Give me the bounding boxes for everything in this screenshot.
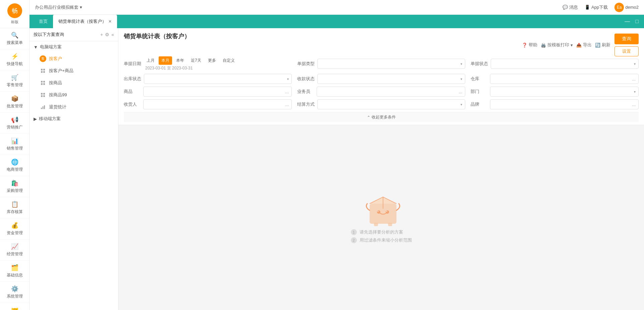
finance-icon: 💰 <box>1 222 28 229</box>
logo-icon: 畅 <box>7 3 22 18</box>
refresh-icon: 🔄 <box>595 43 600 48</box>
user-name: demo2 <box>625 5 639 10</box>
desktop-group-header[interactable]: ▼ 电脑端方案 <box>30 41 118 53</box>
search-icon: 🔍 <box>1 32 28 39</box>
sidebar-item-finance[interactable]: 💰 资金管理 <box>0 218 29 240</box>
scheme-item-by-product[interactable]: 按商品 <box>30 77 118 89</box>
sidebar-item-marketing[interactable]: 📢 营销推广 <box>0 113 29 134</box>
doc-status-input[interactable]: ▾ <box>491 59 639 69</box>
company-selector[interactable]: 办公用品行业模拟账套 ▾ <box>35 4 82 10</box>
purchase-icon: 🛍️ <box>1 179 28 187</box>
sidebar-item-quick-nav[interactable]: ⚡ 快捷导航 <box>0 49 29 70</box>
filter-row-4: 收货人 ... 结算方式 ▾ 品牌 <box>124 99 639 109</box>
print-arrow-icon: ▾ <box>571 43 573 48</box>
product-input[interactable]: ... <box>143 87 292 97</box>
scheme-item-product-99[interactable]: 按商品99 <box>30 89 118 101</box>
consignee-input[interactable]: ... <box>143 99 292 109</box>
this-month-button[interactable]: 本月 <box>159 56 172 65</box>
message-button[interactable]: 💬 消息 <box>562 4 578 10</box>
tabbar-actions: — □ <box>623 17 640 26</box>
collapse-filters-button[interactable]: ⌃ 收起更多条件 <box>124 112 639 122</box>
out-status-label: 出库状态 <box>124 76 141 82</box>
sidebar-item-ecommerce[interactable]: 🌐 电商管理 <box>0 155 29 176</box>
page-title: 销货单统计表（按客户） <box>124 32 190 40</box>
query-button[interactable]: 查询 <box>614 34 639 44</box>
brand-label: 品牌 <box>471 101 487 107</box>
avatar: Ea <box>614 3 624 12</box>
sidebar-item-enterprise[interactable]: 🤝 企业协同 <box>0 303 29 310</box>
sidebar-item-wholesale[interactable]: 📦 批发管理 <box>0 92 29 113</box>
sidebar-item-operations[interactable]: 📈 经营管理 <box>0 240 29 261</box>
filter-cell-receipt-status: 收款状态 ▾ <box>297 74 465 84</box>
warehouse-label: 仓库 <box>471 76 487 82</box>
sidebar-item-basic-info[interactable]: 🗂️ 基础信息 <box>0 261 29 282</box>
right-panel: 销货单统计表（按客户） ❓ 帮助 🖨️ 按模板打印 ▾ <box>118 28 644 310</box>
minimize-button[interactable]: — <box>623 17 631 26</box>
chevron-down-icon: ▼ <box>34 45 38 50</box>
svg-rect-2 <box>41 71 43 73</box>
retail-icon: 🛒 <box>1 74 28 81</box>
sidebar-item-purchase[interactable]: 🛍️ 采购管理 <box>0 176 29 197</box>
scheme-item-by-customer[interactable]: 客 按客户 <box>30 53 118 65</box>
topbar-right: 💬 消息 📱 App下载 Ea demo2 <box>562 3 639 12</box>
tab-home[interactable]: 首页 <box>34 15 53 28</box>
sys-icon: ⚙️ <box>1 285 28 293</box>
mobile-group-header[interactable]: ▶ 移动端方案 <box>30 113 118 124</box>
svg-rect-0 <box>41 69 43 70</box>
filter-cell-out-status: 出库状态 ▾ <box>124 74 292 84</box>
filter-cell-settlement: 结算方式 ▾ <box>297 99 465 109</box>
salesperson-input[interactable]: ... <box>317 87 465 97</box>
svg-rect-8 <box>41 93 43 95</box>
department-input[interactable]: ▾ <box>490 87 639 97</box>
inventory-icon: 📋 <box>1 201 28 208</box>
settings-scheme-button[interactable]: ⚙ <box>105 32 109 37</box>
user-profile[interactable]: Ea demo2 <box>614 3 639 12</box>
export-button[interactable]: 📤 导出 <box>576 42 592 48</box>
warehouse-input[interactable]: ... <box>490 74 639 84</box>
out-status-input[interactable]: ▾ <box>144 74 292 84</box>
sidebar-item-inventory[interactable]: 📋 库存核算 <box>0 197 29 218</box>
chevron-down-icon: ▾ <box>461 62 462 66</box>
tab-sales-stat[interactable]: 销货单统计表（按客户） ✕ <box>53 15 117 28</box>
svg-rect-7 <box>43 83 45 85</box>
sidebar-item-search[interactable]: 🔍 搜索菜单 <box>0 28 29 49</box>
filter-cell-doc-status: 单据状态 ▾ <box>471 59 639 69</box>
custom-button[interactable]: 自定义 <box>220 56 237 65</box>
app-download-button[interactable]: 📱 App下载 <box>585 4 608 10</box>
print-button[interactable]: 🖨️ 按模板打印 ▾ <box>541 42 573 48</box>
brand-input[interactable]: ... <box>490 99 639 109</box>
close-tab-icon[interactable]: ✕ <box>108 19 112 24</box>
enterprise-icon: 🤝 <box>1 306 28 310</box>
svg-rect-6 <box>41 83 43 85</box>
content-area: 按以下方案查询 + ⚙ « ▼ 电脑端方案 客 按客户 <box>30 28 644 310</box>
wholesale-icon: 📦 <box>1 95 28 102</box>
sidebar-item-sales[interactable]: 📊 销售管理 <box>0 134 29 155</box>
chevron-up-icon: ⌃ <box>367 115 370 120</box>
quick-nav-icon: ⚡ <box>1 53 28 60</box>
svg-rect-22 <box>388 223 392 226</box>
scheme-item-return-stat[interactable]: 退货统计 <box>30 101 118 113</box>
collapse-panel-button[interactable]: « <box>111 32 114 37</box>
settings-button[interactable]: 设置 <box>614 46 639 56</box>
help-button[interactable]: ❓ 帮助 <box>522 42 537 48</box>
last-7-button[interactable]: 近7天 <box>188 56 204 65</box>
settlement-input[interactable]: ▾ <box>317 99 465 109</box>
svg-rect-10 <box>41 95 43 97</box>
download-icon: 📱 <box>585 5 590 10</box>
receipt-status-input[interactable]: ▾ <box>317 74 465 84</box>
filter-cell-doc-type: 单据类型 ▾ <box>297 59 465 69</box>
sidebar-item-sys-mgmt[interactable]: ⚙️ 系统管理 <box>0 282 29 303</box>
scheme-item-customer-product[interactable]: 按客户+商品 <box>30 65 118 77</box>
this-year-button[interactable]: 本年 <box>173 56 187 65</box>
add-scheme-button[interactable]: + <box>100 32 103 37</box>
scheme-panel-header: 按以下方案查询 + ⚙ « <box>30 28 118 41</box>
more-button[interactable]: 更多 <box>205 56 219 65</box>
refresh-button[interactable]: 🔄 刷新 <box>595 42 610 48</box>
svg-rect-12 <box>41 108 42 109</box>
app-logo: 畅 标版 <box>0 0 29 28</box>
doc-type-input[interactable]: ▾ <box>317 59 465 69</box>
doc-type-label: 单据类型 <box>297 61 315 67</box>
last-month-button[interactable]: 上月 <box>144 56 157 65</box>
maximize-button[interactable]: □ <box>634 17 640 26</box>
sidebar-item-retail[interactable]: 🛒 零售管理 <box>0 70 29 92</box>
